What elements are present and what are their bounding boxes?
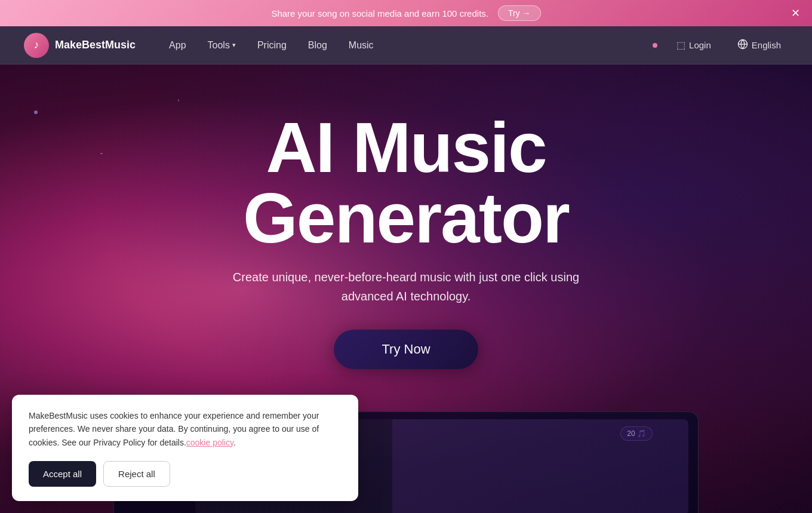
nav-item-music[interactable]: Music [339,35,383,56]
login-button[interactable]: ⬚ Login [669,36,718,54]
try-now-button[interactable]: Try Now [334,330,478,369]
nav-links: App Tools ▾ Pricing Blog Music [159,35,653,56]
announcement-text: Share your song on social media and earn… [271,8,488,19]
announcement-close-button[interactable]: ✕ [791,7,800,20]
logo-icon: ♪ [24,33,49,58]
chevron-down-icon: ▾ [232,41,236,49]
app-bg-overlay [392,419,688,513]
nav-item-blog[interactable]: Blog [299,35,337,56]
logo-area[interactable]: ♪ MakeBestMusic [24,33,136,58]
cookie-policy-link[interactable]: cookie policy [186,438,233,447]
navbar: ♪ MakeBestMusic App Tools ▾ Pricing Blog… [0,26,812,64]
nav-item-tools[interactable]: Tools ▾ [198,35,245,56]
cookie-buttons: Accept all Reject all [29,461,342,487]
nav-item-app[interactable]: App [159,35,195,56]
reject-all-button[interactable]: Reject all [103,461,170,487]
hero-content: AI Music Generator Create unique, never-… [215,112,597,369]
logo-name: MakeBestMusic [55,39,136,51]
nav-right: ⬚ Login English [653,35,788,55]
login-icon: ⬚ [676,39,685,51]
accept-all-button[interactable]: Accept all [29,461,96,487]
nav-status-dot [653,43,657,48]
cookie-banner: MakeBestMusic uses cookies to enhance yo… [12,395,358,501]
hero-subtitle: Create unique, never-before-heard music … [215,268,597,306]
language-button[interactable]: English [730,35,788,55]
announcement-cta-button[interactable]: Try → [498,5,541,21]
nav-item-pricing[interactable]: Pricing [248,35,296,56]
announcement-bar: Share your song on social media and earn… [0,0,812,26]
globe-icon [737,39,748,51]
cookie-text: MakeBestMusic uses cookies to enhance yo… [29,409,342,449]
hero-title: AI Music Generator [243,112,569,253]
